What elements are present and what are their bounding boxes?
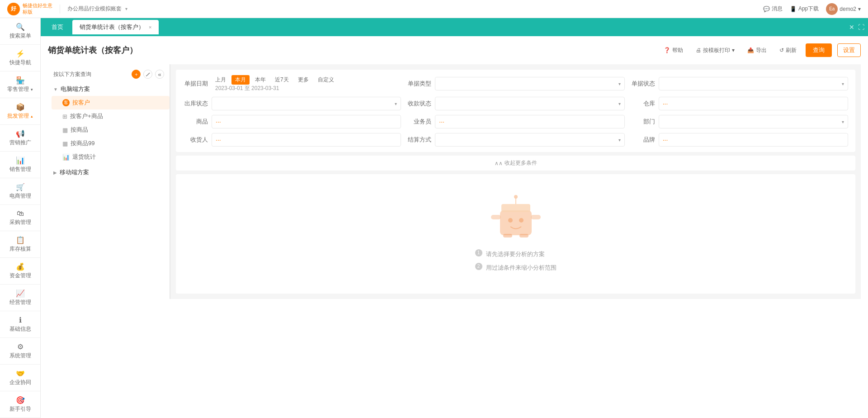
receipt-select[interactable]: ▾ [435, 97, 624, 110]
header-right: 💬 消息 📱 App下载 Ea demo2 ▾ [763, 3, 861, 15]
date-tab-this-month[interactable]: 本月 [231, 75, 250, 85]
tab-close-button[interactable]: × [149, 24, 151, 30]
app-title: 办公用品行业模拟账套 [67, 5, 122, 13]
filter-recipient-cell: 收货人 ··· [183, 133, 401, 147]
sidebar-item-basics[interactable]: ℹ 基础信息 [0, 311, 40, 338]
department-arrow: ▾ [842, 119, 844, 124]
doc-status-label: 单据状态 [630, 80, 655, 88]
product-value: ··· [216, 118, 221, 125]
sidebar-item-operations[interactable]: 📈 经营管理 [0, 285, 40, 311]
payment-arrow: ▾ [618, 138, 621, 142]
by-customer-dot: 客 [62, 99, 70, 106]
newbie-icon: 🎯 [2, 396, 38, 404]
recipient-select[interactable]: ··· [212, 133, 401, 147]
sidebar-item-sales[interactable]: 📊 销售管理 [0, 152, 40, 178]
operations-icon: 📈 [2, 289, 38, 298]
scheme-by-customer-product[interactable]: ⊞ 按客户+商品 [52, 109, 170, 123]
receipt-label: 收款状态 [406, 100, 431, 108]
sidebar-item-finance[interactable]: 💰 资金管理 [0, 258, 40, 285]
doc-type-label: 单据类型 [406, 80, 431, 88]
sidebar-item-quick-nav[interactable]: ⚡ 快捷导航 [0, 45, 40, 71]
date-tab-more[interactable]: 更多 [294, 75, 312, 85]
scheme-by-product[interactable]: ▦ 按商品 [52, 123, 170, 137]
tree-section-mobile: ▶ 移动端方案 [48, 166, 170, 179]
date-tab-last-month[interactable]: 上月 [212, 75, 230, 85]
department-select[interactable]: ▾ [659, 115, 848, 128]
svg-point-3 [519, 218, 524, 223]
logo-icon: 好 [7, 3, 20, 15]
scheme-by-customer[interactable]: 客 按客户 [52, 96, 170, 109]
svg-point-5 [514, 195, 518, 199]
export-button[interactable]: 📤 导出 [744, 45, 770, 56]
app-dropdown-arrow[interactable]: ▾ [125, 6, 127, 11]
scheme-by-product-99[interactable]: ▦ 按商品99 [52, 137, 170, 150]
filter-product-cell: 商品 ··· [183, 115, 401, 128]
tab-active[interactable]: 销货单统计表（按客户） × [72, 20, 159, 34]
sidebar-item-search-menu[interactable]: 🔍 搜索菜单 [0, 18, 40, 45]
salesperson-select[interactable]: ··· [435, 115, 624, 128]
search-menu-icon: 🔍 [2, 23, 38, 31]
sidebar: 🔍 搜索菜单 ⚡ 快捷导航 🏪 零售管理 ▾ 📦 批发管理 ▴ 📢 营销推广 [0, 18, 41, 418]
refresh-icon: ↺ [779, 47, 784, 53]
step-1-icon: 1 [475, 249, 482, 256]
date-tab-this-year[interactable]: 本年 [251, 75, 269, 85]
left-panel-header: 按以下方案查询 ＋ « [48, 68, 170, 82]
scheme-return-stats[interactable]: 📊 退货统计 [52, 150, 170, 164]
app-download-button[interactable]: 📱 App下载 [790, 5, 819, 13]
settings-button[interactable]: 设置 [837, 43, 861, 57]
main-layout: 🔍 搜索菜单 ⚡ 快捷导航 🏪 零售管理 ▾ 📦 批发管理 ▴ 📢 营销推广 [0, 18, 868, 418]
svg-rect-9 [519, 234, 528, 238]
collapse-more-button[interactable]: ∧∧ 收起更多条件 [176, 156, 855, 171]
tab-home[interactable]: 首页 [44, 20, 71, 34]
template-print-button[interactable]: 🖨 按模板打印 ▾ [692, 45, 738, 56]
sales-icon: 📊 [2, 156, 38, 165]
refresh-button[interactable]: ↺ 刷新 [776, 45, 800, 56]
sidebar-item-ecommerce[interactable]: 🛒 电商管理 [0, 178, 40, 205]
messages-button[interactable]: 💬 消息 [763, 5, 783, 13]
warehouse-select[interactable]: ··· [659, 97, 848, 110]
product-label: 商品 [183, 118, 208, 126]
doc-type-select[interactable]: ▾ [435, 77, 624, 90]
user-area[interactable]: Ea demo2 ▾ [826, 3, 861, 15]
by-product-icon: ▦ [62, 127, 68, 133]
date-tab-last-7days[interactable]: 近7天 [271, 75, 292, 85]
help-button[interactable]: ❓ 帮助 [660, 45, 687, 56]
brand-select[interactable]: ··· [659, 133, 848, 147]
outbound-select[interactable]: ▾ [212, 97, 401, 110]
sidebar-item-collab[interactable]: 🤝 企业协同 [0, 365, 40, 391]
doc-status-select[interactable]: ▾ [659, 77, 848, 90]
retail-icon: 🏪 [2, 76, 38, 85]
date-tabs: 上月 本月 本年 近7天 更多 自定义 [212, 75, 401, 85]
sidebar-item-marketing[interactable]: 📢 营销推广 [0, 125, 40, 152]
sidebar-item-wholesale[interactable]: 📦 批发管理 ▴ [0, 98, 40, 125]
query-button[interactable]: 查询 [806, 43, 832, 57]
purchase-icon: 🛍 [2, 209, 38, 218]
sidebar-item-inventory[interactable]: 📋 库存核算 [0, 231, 40, 258]
add-scheme-button[interactable]: ＋ [132, 70, 141, 79]
sidebar-item-newbie[interactable]: 🎯 新手引导 [0, 391, 40, 418]
sidebar-item-retail[interactable]: 🏪 零售管理 ▾ [0, 71, 40, 98]
collapse-panel-button[interactable]: « [155, 70, 164, 79]
close-window-button[interactable]: ✕ [849, 24, 854, 31]
retail-expand-icon: ▾ [31, 87, 33, 92]
empty-svg [489, 192, 543, 238]
product-select[interactable]: ··· [212, 115, 401, 128]
svg-point-2 [508, 218, 513, 223]
edit-scheme-button[interactable] [143, 70, 152, 79]
dual-panel: 按以下方案查询 ＋ « [48, 64, 861, 299]
filter-area: 单据日期 上月 本月 本年 近7天 更多 [176, 70, 855, 152]
tree-section-desktop-header[interactable]: ▼ 电脑端方案 [48, 82, 170, 96]
print-dropdown-arrow: ▾ [732, 47, 735, 53]
svg-rect-8 [503, 234, 512, 238]
sidebar-item-system[interactable]: ⚙ 系统管理 [0, 338, 40, 365]
desktop-toggle-icon: ▼ [53, 87, 58, 92]
tree-section-mobile-header[interactable]: ▶ 移动端方案 [48, 166, 170, 179]
date-tab-custom[interactable]: 自定义 [314, 75, 338, 85]
filter-row-4: 收货人 ··· 结算方式 [183, 133, 848, 147]
maximize-button[interactable]: ⛶ [858, 24, 864, 31]
payment-select[interactable]: ▾ [435, 133, 624, 147]
edit-icon [146, 72, 151, 77]
sidebar-item-purchase[interactable]: 🛍 采购管理 [0, 205, 40, 231]
department-label: 部门 [630, 118, 655, 126]
left-panel: 按以下方案查询 ＋ « [48, 64, 170, 299]
